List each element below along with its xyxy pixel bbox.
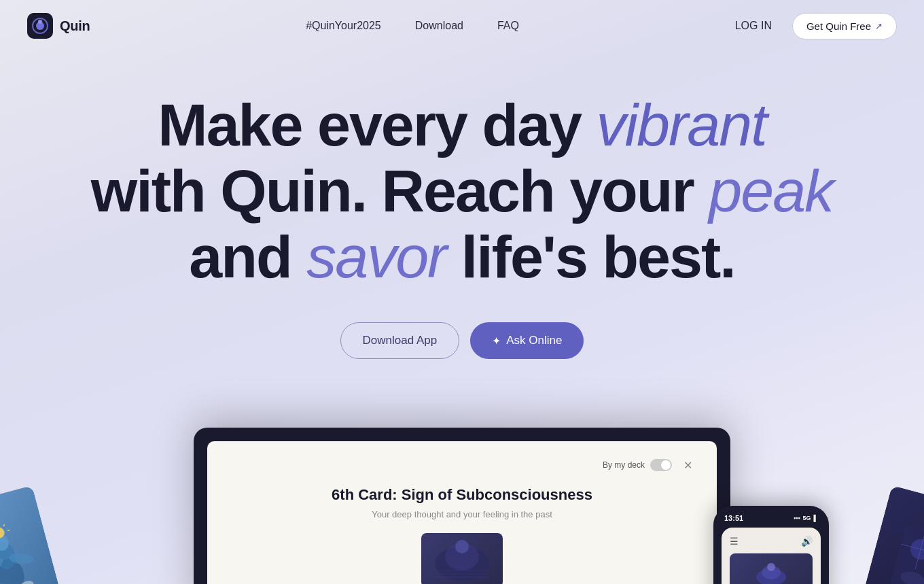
cta-arrow-icon: ↗ (875, 21, 883, 31)
hamburger-icon[interactable]: ☰ (730, 536, 739, 547)
svg-line-12 (7, 530, 10, 531)
svg-line-11 (3, 525, 5, 526)
hero-line1: Make every day vibrant (158, 91, 766, 158)
nav-links: #QuinYour2025 Download FAQ (306, 20, 519, 32)
svg-point-3 (38, 20, 42, 24)
tablet-mockup: By my deck ✕ 6th Card: Sign of Subconsci… (194, 428, 730, 584)
hero-title: Make every day vibrant with Quin. Reach … (27, 92, 897, 290)
card-subtitle: Your deep thought and your feeling in th… (229, 509, 695, 519)
download-app-button[interactable]: Download App (340, 322, 460, 359)
sparkle-icon: ✦ (492, 334, 501, 347)
phone-menu-bar: ☰ 🔊 (730, 536, 813, 547)
svg-point-23 (767, 563, 775, 571)
hero-peak-accent: peak (709, 157, 833, 224)
left-tarot-card (0, 485, 67, 584)
signal-icon: ▪▪▪ (794, 515, 800, 521)
network-icon: 5G (803, 515, 811, 521)
deck-toggle[interactable]: By my deck (603, 459, 672, 471)
battery-icon: ▌ (814, 515, 818, 521)
get-quin-free-button[interactable]: Get Quin Free ↗ (792, 13, 897, 39)
toggle-dot (661, 460, 671, 470)
logo-icon (27, 13, 53, 39)
hero-with-prefix: with (91, 157, 220, 224)
logo-text: Quin (60, 18, 90, 34)
navbar: Quin #QuinYour2025 Download FAQ LOG IN G… (0, 0, 924, 52)
phone-mockup: 13:51 ▪▪▪ 5G ▌ ☰ 🔊 (713, 506, 829, 584)
nav-link-download[interactable]: Download (415, 20, 463, 32)
hero-line3: and savor life's best. (189, 223, 734, 290)
cta-label: Get Quin Free (806, 20, 871, 32)
right-tarot-card (857, 485, 924, 584)
hero-reach-text: . Reach your (351, 157, 709, 224)
tablet-top-bar: By my deck ✕ (229, 458, 695, 473)
right-card-art (857, 485, 924, 584)
left-card-art (0, 485, 67, 584)
phone-card-visual (730, 553, 813, 584)
toggle-pill[interactable] (650, 459, 672, 471)
ask-online-label: Ask Online (506, 334, 562, 347)
volume-icon[interactable]: 🔊 (801, 536, 813, 547)
hero-savor-accent: savor (306, 223, 446, 290)
deck-toggle-label: By my deck (603, 460, 645, 470)
phone-screen: ☰ 🔊 (722, 528, 821, 584)
hero-section: Make every day vibrant with Quin. Reach … (0, 52, 924, 386)
logo-link[interactable]: Quin (27, 13, 90, 39)
device-showcase: By my deck ✕ 6th Card: Sign of Subconsci… (0, 427, 924, 584)
tarot-visual (229, 533, 695, 584)
hero-buttons: Download App ✦ Ask Online (27, 322, 897, 359)
hero-and-prefix: and (189, 223, 306, 290)
phone-status-bar: 13:51 ▪▪▪ 5G ▌ (722, 514, 821, 522)
nav-right: LOG IN Get Quin Free ↗ (735, 13, 897, 39)
login-button[interactable]: LOG IN (735, 20, 772, 32)
hero-lifes-best: life's best. (446, 223, 734, 290)
hero-vibrant-accent: vibrant (596, 91, 766, 158)
nav-link-faq[interactable]: FAQ (497, 20, 519, 32)
ask-online-button[interactable]: ✦ Ask Online (470, 322, 584, 359)
close-button[interactable]: ✕ (680, 458, 695, 473)
tablet-screen: By my deck ✕ 6th Card: Sign of Subconsci… (207, 441, 717, 584)
hero-line1-prefix: Make every day (158, 91, 596, 158)
tarot-card-visual (421, 533, 503, 584)
svg-point-17 (455, 540, 469, 553)
hero-quin-brand: Quin (220, 157, 351, 224)
phone-status-icons: ▪▪▪ 5G ▌ (794, 515, 818, 521)
hero-line2: with Quin. Reach your peak (91, 157, 833, 224)
phone-time: 13:51 (724, 514, 743, 522)
nav-link-hashtag[interactable]: #QuinYour2025 (306, 20, 381, 32)
card-title: 6th Card: Sign of Subconsciousness (229, 486, 695, 504)
